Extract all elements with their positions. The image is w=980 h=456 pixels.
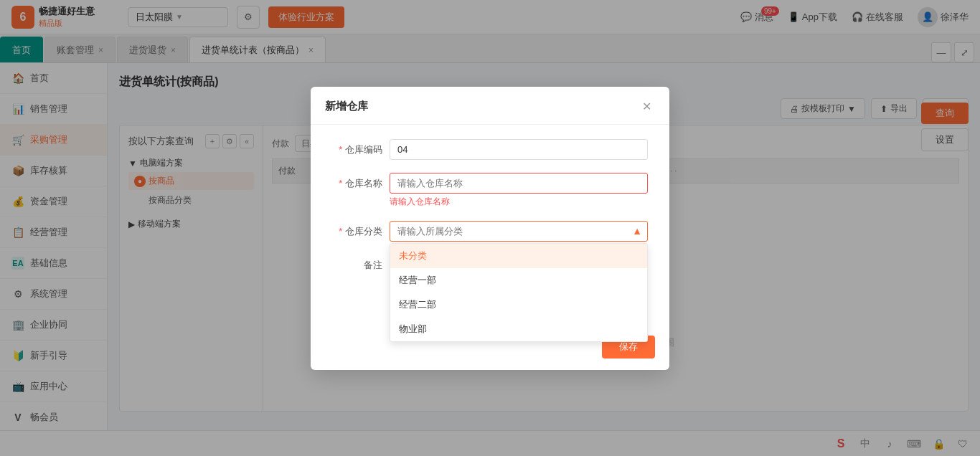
warehouse-code-row: 仓库编码 <box>332 139 648 160</box>
warehouse-name-error: 请输入仓库名称 <box>390 196 648 208</box>
warehouse-category-row: 仓库分类 ▲ 未分类 经营一部 经营二部 物业部 <box>332 221 648 242</box>
warehouse-name-control: 请输入仓库名称 <box>390 173 648 208</box>
dropdown-item-uncategorized[interactable]: 未分类 <box>390 244 647 268</box>
warehouse-category-control: ▲ 未分类 经营一部 经营二部 物业部 <box>390 221 648 242</box>
modal-close-button[interactable]: ✕ <box>638 98 655 115</box>
dropdown-item-operations-2[interactable]: 经营二部 <box>390 293 647 317</box>
warehouse-code-label: 仓库编码 <box>332 139 382 156</box>
modal-overlay: 新增仓库 ✕ 仓库编码 仓库名称 请输入仓库名称 <box>0 0 980 456</box>
warehouse-name-label: 仓库名称 <box>332 173 382 190</box>
warehouse-code-control <box>390 139 648 160</box>
modal-title: 新增仓库 <box>325 100 368 113</box>
category-input-wrapper: ▲ <box>390 221 648 242</box>
dropdown-item-property[interactable]: 物业部 <box>390 317 647 341</box>
warehouse-name-input[interactable] <box>390 173 648 194</box>
warehouse-category-label: 仓库分类 <box>332 221 382 238</box>
category-arrow-up-icon[interactable]: ▲ <box>632 225 642 237</box>
category-dropdown: 未分类 经营一部 经营二部 物业部 <box>390 243 648 342</box>
warehouse-code-input[interactable] <box>390 139 648 160</box>
warehouse-category-input[interactable] <box>390 221 648 242</box>
modal-header: 新增仓库 ✕ <box>311 87 669 125</box>
add-warehouse-modal: 新增仓库 ✕ 仓库编码 仓库名称 请输入仓库名称 <box>311 87 669 370</box>
dropdown-item-operations-1[interactable]: 经营一部 <box>390 268 647 293</box>
remark-label: 备注 <box>332 255 382 272</box>
modal-body: 仓库编码 仓库名称 请输入仓库名称 仓库分类 <box>311 125 669 327</box>
warehouse-name-row: 仓库名称 请输入仓库名称 <box>332 173 648 208</box>
